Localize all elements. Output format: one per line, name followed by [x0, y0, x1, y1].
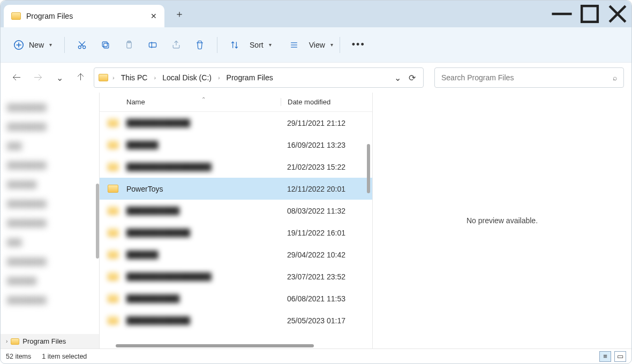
sidebar-blurred-area: ████████████████████████████████████████…	[1, 93, 99, 315]
folder-icon	[108, 185, 118, 193]
tab-title: Program Files	[26, 12, 73, 20]
svg-rect-15	[149, 42, 156, 47]
file-name: PowerToys	[126, 185, 281, 193]
table-row[interactable]: ████████████19/11/2022 16:01	[100, 222, 372, 244]
preview-pane: No preview available.	[373, 93, 631, 348]
minimize-button[interactable]	[548, 1, 576, 27]
more-button[interactable]: •••	[347, 34, 371, 56]
new-tab-button[interactable]: ＋	[169, 7, 190, 20]
folder-icon	[11, 12, 21, 20]
titlebar: Program Files ✕ ＋	[1, 1, 631, 27]
sidebar-item-program-files[interactable]: › Program Files	[1, 334, 99, 348]
folder-icon	[11, 338, 19, 345]
chevron-down-icon[interactable]: ▾	[269, 42, 272, 48]
file-date: 12/11/2022 20:01	[281, 185, 372, 193]
back-button[interactable]: 🡠	[8, 69, 25, 86]
chevron-right-icon: ›	[217, 74, 221, 81]
chevron-right-icon: ›	[111, 74, 116, 81]
sort-caret-icon: ⌃	[201, 96, 206, 102]
forward-button[interactable]: 🡢	[29, 69, 47, 86]
separator	[340, 37, 340, 53]
rename-icon	[147, 40, 158, 50]
details-view-toggle[interactable]: ≡	[599, 351, 611, 362]
breadcrumb[interactable]: Program Files	[224, 73, 275, 82]
table-row[interactable]: ████████████████23/07/2021 23:52	[100, 266, 372, 287]
clipboard-icon	[124, 40, 134, 50]
chevron-down-icon[interactable]: ▾	[330, 42, 333, 48]
table-row[interactable]: ██████████08/03/2022 11:32	[100, 200, 372, 222]
table-row[interactable]: ██████29/04/2022 10:42	[100, 244, 372, 266]
plus-circle-icon	[13, 39, 25, 51]
share-icon	[171, 40, 182, 50]
search-icon: ⌕	[613, 73, 617, 82]
address-bar[interactable]: › This PC › Local Disk (C:) › Program Fi…	[94, 67, 424, 88]
search-box[interactable]: ⌕	[434, 67, 624, 88]
list-vertical-scrollbar[interactable]	[367, 144, 370, 193]
cut-button[interactable]	[71, 34, 93, 56]
copy-icon	[100, 40, 111, 50]
breadcrumb[interactable]: Local Disk (C:)	[160, 73, 214, 82]
new-button[interactable]: New ▾	[7, 34, 58, 56]
scissors-icon	[77, 40, 87, 50]
delete-button[interactable]	[189, 34, 210, 56]
trash-icon	[194, 40, 205, 50]
body: ████████████████████████████████████████…	[1, 93, 631, 348]
status-bar: 52 items 1 item selected ≡ ▭	[1, 348, 631, 363]
separator	[64, 37, 65, 53]
navigation-pane[interactable]: ████████████████████████████████████████…	[1, 93, 100, 348]
view-label[interactable]: View	[309, 41, 325, 49]
share-button[interactable]	[165, 34, 187, 56]
search-input[interactable]	[441, 73, 613, 82]
thumbnails-view-toggle[interactable]: ▭	[614, 351, 626, 362]
table-row[interactable]: ████████████████21/02/2023 15:22	[100, 156, 372, 178]
sidebar-scrollbar[interactable]	[96, 184, 99, 259]
table-row-selected[interactable]: PowerToys12/11/2022 20:01	[100, 178, 372, 200]
sort-button[interactable]	[224, 34, 245, 56]
table-row[interactable]: ████████████25/05/2023 01:17	[100, 309, 372, 331]
close-tab-button[interactable]: ✕	[151, 12, 157, 20]
table-row[interactable]: ██████████06/08/2021 11:53	[100, 287, 372, 309]
close-window-button[interactable]	[604, 1, 631, 27]
navigation-row: 🡠 🡢 ⌄ 🡡 › This PC › Local Disk (C:) › Pr…	[1, 63, 631, 93]
file-explorer-window: Program Files ✕ ＋ New ▾ Sort ▾	[0, 0, 632, 364]
address-dropdown-button[interactable]: ⌄	[394, 73, 401, 83]
file-rows: ████████████29/11/2021 21:12 ██████16/09…	[100, 112, 372, 348]
svg-rect-12	[102, 42, 107, 47]
breadcrumb[interactable]: This PC	[119, 73, 150, 82]
column-header-name[interactable]: Name ⌃	[100, 98, 281, 106]
sidebar-item-label: Program Files	[22, 337, 66, 345]
up-button[interactable]: 🡡	[72, 69, 89, 86]
window-controls	[548, 1, 631, 27]
paste-button[interactable]	[118, 34, 140, 56]
table-row[interactable]: ████████████29/11/2021 21:12	[100, 112, 372, 134]
table-row[interactable]: ██████16/09/2021 13:23	[100, 134, 372, 156]
chevron-right-icon: ›	[153, 74, 157, 81]
column-header-date[interactable]: Date modified	[281, 98, 372, 106]
list-horizontal-scrollbar[interactable]	[116, 344, 314, 347]
column-headers: Name ⌃ Date modified	[100, 93, 372, 112]
view-button[interactable]	[283, 34, 305, 56]
copy-button[interactable]	[95, 34, 116, 56]
status-selection: 1 item selected	[42, 353, 87, 360]
svg-rect-1	[582, 6, 598, 22]
chevron-down-icon: ▾	[49, 42, 52, 48]
list-icon	[289, 40, 299, 50]
rename-button[interactable]	[142, 34, 163, 56]
file-list-pane: Name ⌃ Date modified ████████████29/11/2…	[100, 93, 373, 348]
separator	[217, 37, 217, 53]
status-item-count: 52 items	[6, 353, 31, 360]
sort-label[interactable]: Sort	[250, 41, 264, 49]
folder-icon	[99, 74, 108, 81]
refresh-button[interactable]: ⟳	[409, 73, 416, 83]
preview-message: No preview available.	[467, 216, 538, 225]
recent-locations-button[interactable]: ⌄	[51, 69, 68, 86]
toolbar: New ▾ Sort ▾ View ▾ •••	[1, 27, 631, 63]
new-button-label: New	[29, 41, 44, 49]
svg-rect-11	[104, 43, 109, 48]
tab-current[interactable]: Program Files ✕	[4, 5, 164, 27]
chevron-right-icon: ›	[6, 338, 7, 344]
sort-icon	[229, 40, 240, 50]
maximize-button[interactable]	[576, 1, 604, 27]
